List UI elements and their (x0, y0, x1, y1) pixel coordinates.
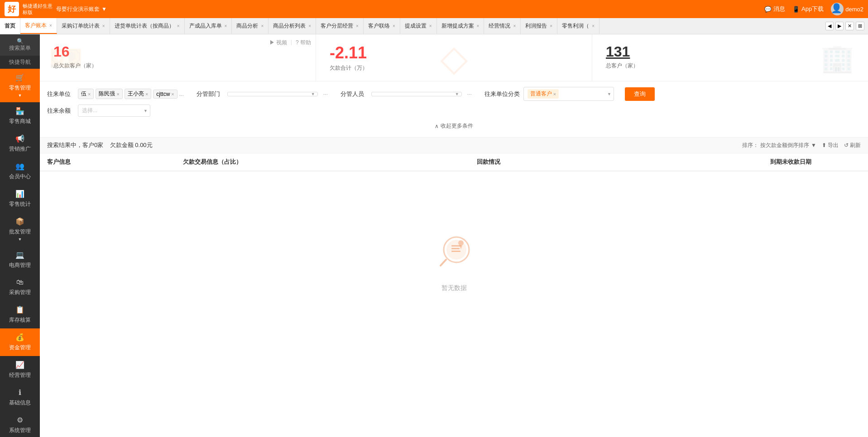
dept-more[interactable]: ··· (323, 91, 328, 97)
tab-maximize[interactable]: ⊞ (856, 22, 864, 30)
sidebar-item-inventory[interactable]: 📋 库存核算 (0, 301, 40, 328)
tab-retail-profit[interactable]: 零售利润（ × (557, 18, 599, 34)
user-menu[interactable]: 👤 demo2 (831, 3, 863, 15)
query-button[interactable]: 查询 (625, 87, 655, 101)
empty-text: 暂无数据 (441, 284, 467, 292)
unit-type-select[interactable]: 普通客户 × (523, 87, 614, 101)
total-debt-label: 欠款合计（万） (330, 64, 368, 72)
refresh-button[interactable]: ↺ 刷新 (844, 142, 861, 149)
unit-label: 往来单位 (47, 90, 74, 98)
tab-new-promotion[interactable]: 新增提成方案 × (437, 18, 484, 34)
dept-label: 分管部门 (197, 90, 224, 98)
unit-tag-wu: 伍 × (78, 89, 94, 99)
more-tags-btn[interactable]: ... (179, 91, 184, 97)
sidebar-item-finance[interactable]: 💰 资金管理 (0, 328, 40, 356)
collapse-button[interactable]: ∧ 收起更多条件 (47, 120, 861, 132)
tab-close-icon[interactable]: × (177, 24, 180, 28)
sidebar-item-retail-mall[interactable]: 🏪 零售商城 (0, 102, 40, 130)
top-header: 好 畅捷通好生意 标版 母婴行业演示账套 ▼ 💬 消息 📱 App下载 👤 de… (0, 0, 868, 18)
messages-button[interactable]: 💬 消息 (764, 5, 785, 13)
tab-close-all[interactable]: ✕ (845, 22, 854, 30)
message-icon: 💬 (764, 6, 772, 13)
tab-product-analysis[interactable]: 商品分析 × (232, 18, 269, 34)
unit-tag-wang: 王小亮 × (125, 89, 151, 99)
sidebar-item-retail-mgmt[interactable]: 🛒 零售管理 ▼ (0, 69, 40, 102)
tab-prev-arrow[interactable]: ◀ (825, 22, 834, 30)
tab-close-icon[interactable]: × (308, 24, 311, 28)
export-button[interactable]: ⬆ 导出 (822, 142, 839, 149)
sidebar-item-ecommerce[interactable]: 💻 电商管理 (0, 246, 40, 274)
person-select-container: ▼ (371, 92, 462, 96)
tab-home[interactable]: 首页 (0, 18, 20, 34)
logo-icon: 好 (5, 2, 19, 16)
sidebar-item-marketing[interactable]: 📢 营销推广 (0, 130, 40, 157)
unit-tag-chen: 陈民强 × (96, 89, 122, 99)
tab-close-icon[interactable]: × (513, 24, 516, 28)
balance-select[interactable]: 选择... (78, 104, 150, 117)
remove-unit-type[interactable]: × (553, 91, 556, 97)
tab-purchase-orders[interactable]: 采购订单统计表 × (57, 18, 110, 34)
tab-customers[interactable]: 客户账本 × (20, 18, 57, 34)
total-clients-value: 131 (606, 43, 630, 60)
account-dropdown[interactable]: 母婴行业演示账套 ▼ (56, 5, 107, 13)
tab-cost-inbound[interactable]: 产成品入库单 × (185, 18, 232, 34)
tab-close-icon[interactable]: × (102, 24, 105, 28)
sidebar-quick-nav[interactable]: 快捷导航 (0, 56, 40, 69)
tab-close-icon[interactable]: × (477, 24, 480, 28)
results-bar: 搜索结果中，客户0家 欠款金额 0.00元 排序： 按欠款金额倒序排序 ▼ ⬆ … (40, 138, 868, 153)
chevron-icon: ▼ (18, 93, 22, 98)
sidebar-item-purchase-mgmt[interactable]: 🛍 采购管理 (0, 274, 40, 301)
app-download-button[interactable]: 📱 App下载 (792, 5, 824, 13)
remove-tag-chen[interactable]: × (116, 91, 119, 97)
tab-operations[interactable]: 经营情况 × (484, 18, 521, 34)
tab-close-icon[interactable]: × (225, 24, 227, 28)
filter-area: 往来单位 伍 × 陈民强 × 王小亮 × cjttcw (40, 81, 868, 138)
dept-select[interactable] (227, 92, 318, 96)
tab-promotion-settings[interactable]: 提成设置 × (400, 18, 437, 34)
sidebar-item-operations-mgmt[interactable]: 📈 经营管理 (0, 356, 40, 384)
sidebar-item-sys-mgmt[interactable]: ⚙ 系统管理 (0, 411, 40, 437)
tab-customer-contact[interactable]: 客户联络 × (364, 18, 400, 34)
sidebar-item-basic-info[interactable]: ℹ 基础信息 (0, 384, 40, 411)
chevron-down-icon: ▼ (101, 6, 107, 12)
sidebar-item-members[interactable]: 👥 会员中心 (0, 157, 40, 185)
summary-cards: 💴 16 总欠款客户（家） ▶ 视频 | ? 帮助 (40, 34, 868, 81)
total-clients-label: 总客户（家） (606, 62, 638, 70)
inventory-icon: 📋 (15, 305, 24, 314)
sidebar: 🔍 搜索菜单 快捷导航 🛒 零售管理 ▼ 🏪 零售商城 📢 营销推广 👥 会员中… (0, 34, 40, 437)
tab-purchase-stats[interactable]: 进货单统计表（按商品） × (110, 18, 185, 34)
tab-customer-tier[interactable]: 客户分层经营 × (316, 18, 364, 34)
remove-tag-wu[interactable]: × (88, 91, 91, 97)
sidebar-item-retail-stats[interactable]: 📊 零售统计 (0, 185, 40, 213)
dept-select-container: ▼ (227, 92, 318, 96)
unit-type-tag: 普通客户 × (528, 89, 559, 99)
person-select[interactable] (371, 92, 462, 96)
sort-select[interactable]: 排序： 按欠款金额倒序排序 ▼ (742, 142, 816, 149)
export-icon: ⬆ (822, 142, 826, 148)
tab-close-icon[interactable]: × (49, 23, 52, 28)
col-due-date: 到期未收款日期 (770, 158, 861, 166)
sidebar-item-wholesale-mgmt[interactable]: 📦 批发管理 ▼ (0, 213, 40, 246)
finance-icon: 💰 (15, 333, 24, 342)
tab-close-icon[interactable]: × (356, 24, 359, 28)
tab-profit-report[interactable]: 利润报告 × (521, 18, 557, 34)
help-link[interactable]: ? 帮助 (296, 39, 311, 47)
tab-bar: 首页 客户账本 × 采购订单统计表 × 进货单统计表（按商品） × 产成品入库单… (0, 18, 868, 34)
remove-tag-cjttcw[interactable]: × (171, 91, 174, 97)
stats-icon: 📊 (15, 190, 24, 198)
tab-close-icon[interactable]: × (550, 24, 552, 28)
tab-close-icon[interactable]: × (393, 24, 395, 28)
sidebar-search[interactable]: 🔍 搜索菜单 (0, 34, 40, 56)
remove-tag-wang[interactable]: × (145, 91, 148, 97)
video-link[interactable]: ▶ 视频 (269, 39, 287, 47)
person-more[interactable]: ··· (467, 91, 472, 97)
card-bg-icon-diamond: ◇ (440, 38, 468, 78)
chevron-icon: ▼ (18, 237, 22, 242)
person-label: 分管人员 (340, 90, 368, 98)
tab-close-icon[interactable]: × (261, 24, 264, 28)
tab-next-arrow[interactable]: ▶ (835, 22, 844, 30)
tab-close-icon[interactable]: × (429, 24, 432, 28)
tab-close-icon[interactable]: × (592, 24, 595, 28)
tab-product-list[interactable]: 商品分析列表 × (269, 18, 316, 34)
collapse-row: ∧ 收起更多条件 (47, 120, 861, 132)
